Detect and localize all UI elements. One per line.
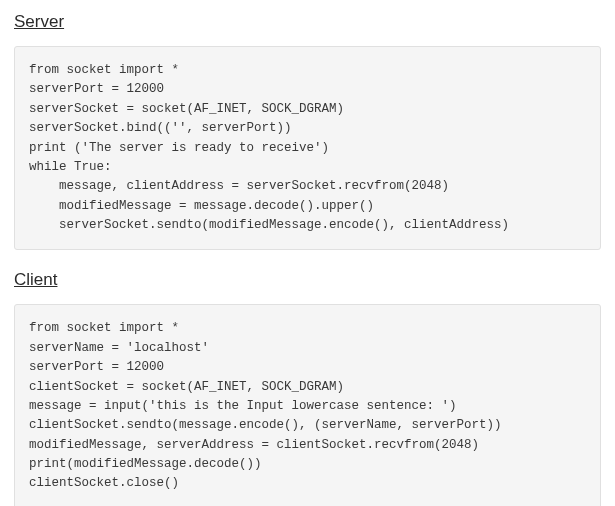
client-code-block: from socket import * serverName = 'local… — [14, 304, 601, 506]
server-code-block: from socket import * serverPort = 12000 … — [14, 46, 601, 250]
server-heading: Server — [14, 12, 601, 32]
client-heading: Client — [14, 270, 601, 290]
